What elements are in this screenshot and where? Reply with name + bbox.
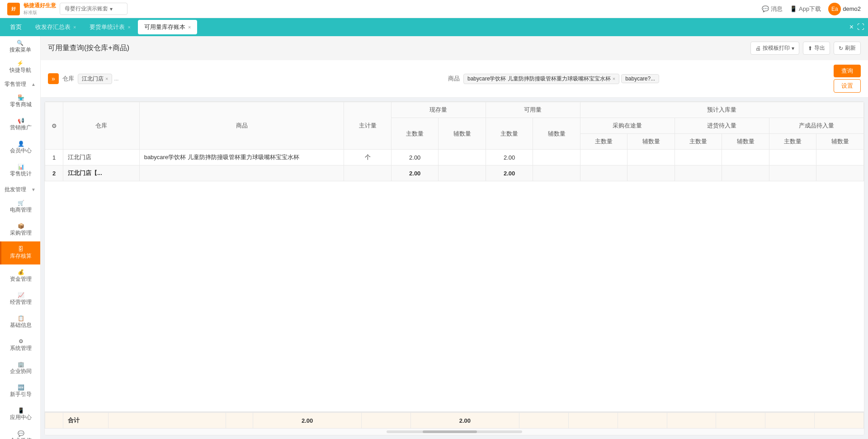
sidebar-item-basic-info[interactable]: 📋 基础信息 [0, 311, 40, 334]
fullscreen-icon[interactable]: ⛶ [857, 23, 864, 31]
sidebar-group-retail[interactable]: 零售管理 ▲ [0, 77, 40, 90]
row-warehouse: 江北门店 [63, 150, 140, 165]
query-button[interactable]: 查询 [834, 65, 861, 77]
refresh-icon: ↻ [839, 45, 843, 52]
table-scrollbar[interactable] [45, 429, 864, 435]
product-tag-1[interactable]: babycare学饮杯 儿童防摔防撞吸管杯重力球吸嘴杯宝宝水杯 × [463, 74, 619, 84]
filter-action-buttons: 查询 设置 [834, 65, 861, 93]
footer-arrival-main [667, 413, 716, 429]
tab-inventory-label: 可用量库存账本 [144, 23, 185, 31]
col-product: 商品 [139, 102, 344, 150]
close-all-icon[interactable]: × [849, 23, 854, 31]
tab-inventory[interactable]: 可用量库存账本 × [138, 20, 197, 34]
operations-icon: 📈 [18, 292, 24, 298]
industry-selector[interactable]: 母婴行业演示账套 ▾ [60, 3, 127, 15]
data-table: ⚙ 仓库 商品 主计量 现存量 可用量 预计入库量 主数量 辅数量 主数量 [45, 102, 864, 181]
export-button[interactable]: ⬆ 导出 [803, 42, 830, 55]
print-dropdown-icon: ▾ [792, 45, 794, 52]
quick-nav-label: 快捷导航 [9, 66, 31, 74]
col-production-aux: 辅数量 [816, 134, 864, 150]
footer-stock-aux [362, 413, 411, 429]
warehouse-tag-remove[interactable]: × [105, 76, 108, 81]
sidebar-item-enterprise[interactable]: 🏢 企业协同 [0, 357, 40, 380]
filter-toggle-button[interactable]: » [48, 73, 59, 84]
username-label: demo2 [843, 5, 861, 12]
enterprise-label: 企业协同 [10, 368, 32, 375]
tab-requisition-close[interactable]: × [127, 24, 130, 30]
sidebar-item-system[interactable]: ⚙ 系统管理 [0, 334, 40, 357]
row-avail-main: 2.00 [486, 150, 533, 165]
filter-bar: » 仓库 江北门店 × ... 商品 babycare学饮杯 儿童防摔防撞吸管杯… [41, 60, 868, 98]
tabs-bar: 首页 收发存汇总表 × 要货单统计表 × 可用量库存账本 × × ⛶ [0, 18, 868, 36]
sidebar-item-operations[interactable]: 📈 经营管理 [0, 288, 40, 311]
page-actions: 🖨 按模板打印 ▾ ⬆ 导出 ↻ 刷新 [750, 42, 861, 55]
col-unit: 主计量 [344, 102, 391, 150]
sidebar-item-retail-store[interactable]: 🏪 零售商城 [0, 90, 40, 113]
table-row: 1 江北门店 babycare学饮杯 儿童防摔防撞吸管杯重力球吸嘴杯宝宝水杯 个… [45, 150, 864, 165]
basic-info-icon: 📋 [18, 315, 24, 321]
logo-info: 畅捷通好生意 标准版 [24, 2, 56, 16]
app-download-label: App下载 [799, 5, 821, 13]
tab-collection[interactable]: 收发存汇总表 × [29, 20, 82, 34]
product-tag-1-remove[interactable]: × [613, 76, 615, 81]
sidebar-item-new-guide[interactable]: 🆕 新手引导 [0, 380, 40, 403]
purchase-icon: 📦 [18, 223, 24, 229]
sidebar-item-member[interactable]: 👤 会员中心 [0, 136, 40, 159]
warehouse-more[interactable]: ... [114, 76, 118, 82]
sidebar-item-purchase[interactable]: 📦 采购管理 [0, 218, 40, 241]
col-purchase-main: 主数量 [580, 134, 627, 150]
tab-home[interactable]: 首页 [4, 20, 28, 34]
sidebar-item-inventory-check[interactable]: 🗄 库存核算 [0, 241, 40, 264]
warehouse-tags: 江北门店 × ... [78, 74, 444, 84]
export-icon: ⬆ [808, 45, 812, 52]
tab-inventory-close[interactable]: × [188, 24, 191, 30]
wholesale-group-label: 批发管理 [5, 186, 26, 194]
settings-button[interactable]: 设置 [834, 79, 861, 93]
row-unit: 个 [344, 150, 391, 165]
subtotal-stock-main: 2.00 [391, 165, 438, 181]
enterprise-icon: 🏢 [18, 361, 24, 368]
message-button[interactable]: 💬 消息 [762, 5, 783, 13]
retail-group-label: 零售管理 [5, 80, 26, 88]
ecommerce-icon: 🛒 [18, 200, 24, 206]
print-label: 按模板打印 [763, 44, 790, 52]
subtotal-arrival-main [675, 165, 722, 181]
sidebar-item-app-center[interactable]: 📱 应用中心 [0, 403, 40, 426]
sidebar-item-ecommerce[interactable]: 🛒 电商管理 [0, 195, 40, 218]
footer-empty1 [45, 413, 63, 429]
sidebar-item-enterprise-wechat[interactable]: 💬 企业微信 [0, 426, 40, 439]
purchase-label: 采购管理 [10, 229, 32, 237]
subtotal-product [139, 165, 344, 181]
app-center-label: 应用中心 [10, 414, 32, 421]
sidebar-search-menu[interactable]: 🔍 搜索菜单 [0, 36, 40, 57]
row-product: babycare学饮杯 儿童防摔防撞吸管杯重力球吸嘴杯宝宝水杯 [139, 150, 344, 165]
warehouse-tag[interactable]: 江北门店 × [78, 74, 112, 84]
scrollbar-thumb[interactable] [423, 430, 477, 433]
tab-requisition[interactable]: 要货单统计表 × [83, 20, 137, 34]
tab-home-label: 首页 [10, 23, 22, 31]
app-download-button[interactable]: 📱 App下载 [790, 5, 821, 13]
tab-collection-close[interactable]: × [73, 24, 76, 30]
sidebar-quick-nav[interactable]: ⚡ 快捷导航 [0, 57, 40, 77]
wechat-icon: 💬 [18, 430, 24, 437]
footer-stock-main: 2.00 [253, 413, 362, 429]
table-row-subtotal: 2 江北门店【... 2.00 2.00 [45, 165, 864, 181]
product-tag-2[interactable]: babycare?... [621, 74, 659, 83]
member-label: 会员中心 [10, 147, 32, 155]
sidebar-group-wholesale[interactable]: 批发管理 ▼ [0, 182, 40, 195]
sidebar-item-finance[interactable]: 💰 资金管理 [0, 264, 40, 288]
subtotal-unit [344, 165, 391, 181]
subtotal-arrival-aux [722, 165, 769, 181]
print-button[interactable]: 🖨 按模板打印 ▾ [750, 42, 799, 55]
retail-expand-icon: ▲ [31, 82, 36, 87]
sidebar-item-retail-stats[interactable]: 📊 零售统计 [0, 159, 40, 182]
user-profile[interactable]: Ea demo2 [828, 3, 861, 15]
col-stock-group: 现存量 [391, 102, 486, 118]
scrollbar-track[interactable] [387, 430, 522, 433]
sidebar-item-marketing[interactable]: 📢 营销推广 [0, 113, 40, 136]
refresh-button[interactable]: ↻ 刷新 [834, 42, 861, 55]
system-icon: ⚙ [19, 338, 24, 345]
inventory-icon: 🗄 [18, 246, 24, 252]
app-center-icon: 📱 [18, 407, 24, 414]
table-footer: 合计 2.00 2.00 [45, 411, 864, 429]
